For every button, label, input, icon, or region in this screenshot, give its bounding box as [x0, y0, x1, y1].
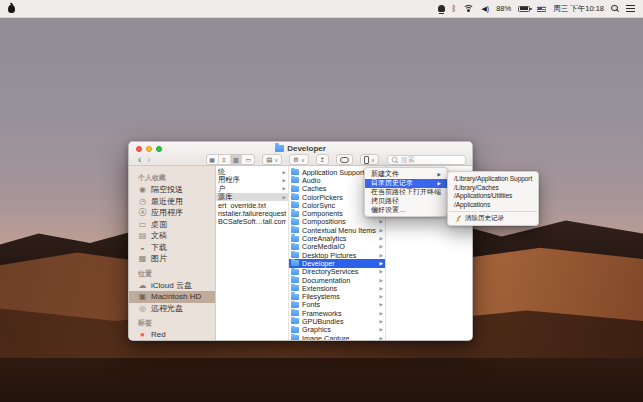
column-view-button[interactable]: ▥ — [231, 155, 243, 164]
volume-icon[interactable]: ◀) — [481, 5, 489, 13]
folder-row[interactable]: Developer ▶ — [289, 259, 385, 267]
spotlight-search-icon[interactable] — [611, 5, 619, 13]
menu-item[interactable]: /Library/Application Support — [448, 174, 538, 183]
bell-icon[interactable] — [438, 5, 445, 12]
file-row[interactable]: BCSafeSoft…tall.command ▶ — [216, 218, 288, 226]
chevron-right-icon: ▶ — [380, 286, 383, 291]
sidebar-item-label: 应用程序 — [151, 207, 183, 218]
folder-proxy-icon[interactable] — [275, 145, 284, 152]
sidebar-item[interactable]: 远程光盘 — [129, 303, 215, 315]
sidebar-item[interactable]: 隔空投送 — [129, 184, 215, 196]
search-input[interactable] — [401, 156, 461, 163]
notification-center-icon[interactable] — [626, 5, 635, 12]
folder-label: Graphics — [302, 326, 378, 334]
file-row[interactable]: nstaller.failurerequests ▶ — [216, 209, 288, 217]
menu-item[interactable]: 清除历史记录 — [448, 214, 538, 223]
gallery-view-button[interactable]: ▭ — [242, 155, 254, 164]
folder-label: CoreAnalytics — [302, 234, 378, 242]
icon-view-button[interactable]: ▦ — [207, 155, 219, 164]
share-button[interactable]: ↥ — [316, 154, 329, 165]
file-row[interactable]: 户 ▶ — [216, 185, 288, 193]
folder-row[interactable]: Image Capture ▶ — [289, 334, 385, 341]
history-submenu: /Library/Application Support /Library/Ca… — [447, 171, 539, 226]
folder-label: CoreMediaIO — [302, 243, 378, 251]
sidebar-item-label: 文稿 — [151, 230, 167, 241]
sidebar-item[interactable]: 文稿 — [129, 230, 215, 242]
window-chrome: Developer ‹ › ▦ ≡ ▥ ▭ ▤∨ ⚙∨ ↥ ∨ — [129, 142, 472, 166]
action-menu-button[interactable]: ⚙∨ — [289, 154, 309, 165]
folder-label: Frameworks — [302, 309, 378, 317]
sidebar-item-label: 最近使用 — [151, 196, 183, 207]
file-row[interactable]: 用程序 ▶ — [216, 176, 288, 184]
sidebar-item[interactable]: Macintosh HD — [129, 291, 215, 303]
documents-icon — [138, 231, 147, 240]
folder-row[interactable]: Documentation ▶ — [289, 276, 385, 284]
sidebar-item[interactable]: Orange — [129, 341, 215, 342]
chevron-down-icon: ∨ — [274, 157, 278, 163]
menu-item-label: /Applications — [454, 201, 532, 208]
sidebar: 个人收藏 隔空投送 最近使用 应用程序 桌面 — [129, 166, 216, 341]
minimize-button[interactable] — [146, 146, 152, 152]
menu-item[interactable]: /Applications/Utilities — [448, 192, 538, 201]
folder-row[interactable]: Filesystems ▶ — [289, 292, 385, 300]
sidebar-item[interactable]: 桌面 — [129, 219, 215, 231]
search-field[interactable] — [387, 155, 466, 165]
applications-icon — [138, 207, 147, 218]
chevron-right-icon: ▶ — [380, 336, 383, 341]
menu-item-label: /Library/Caches — [454, 184, 532, 191]
file-row[interactable]: 源库 ▶ — [216, 193, 288, 201]
folder-icon — [291, 269, 299, 275]
forward-button[interactable]: › — [144, 155, 153, 164]
tags-button[interactable] — [336, 154, 353, 165]
toolbar: ‹ › ▦ ≡ ▥ ▭ ▤∨ ⚙∨ ↥ ∨ — [129, 154, 472, 165]
menubar-clock[interactable]: 周三 下午10:18 — [553, 4, 604, 14]
chevron-right-icon: ▶ — [380, 294, 383, 299]
chevron-right-icon: ▶ — [283, 186, 286, 191]
bluetooth-icon[interactable]: ᛒ — [452, 5, 457, 13]
folder-row[interactable]: Frameworks ▶ — [289, 309, 385, 317]
menu-item[interactable]: /Applications — [448, 200, 538, 209]
group-by-button[interactable]: ▤∨ — [262, 154, 282, 165]
folder-row[interactable]: Compositions ▶ — [289, 218, 385, 226]
folder-row[interactable]: Desktop Pictures ▶ — [289, 251, 385, 259]
menu-item[interactable]: /Library/Caches — [448, 183, 538, 192]
cloud-icon — [138, 281, 147, 290]
file-row[interactable]: ert_override.txt ▶ — [216, 201, 288, 209]
folder-row[interactable]: Graphics ▶ — [289, 326, 385, 334]
folder-row[interactable]: Extensions ▶ — [289, 284, 385, 292]
sidebar-item[interactable]: iCloud 云盘 — [129, 280, 215, 292]
history-menu-list: /Library/Application Support /Library/Ca… — [448, 174, 538, 223]
folder-icon — [291, 318, 299, 324]
folder-row[interactable]: DirectoryServices ▶ — [289, 268, 385, 276]
device-menu-button[interactable]: ∨ — [360, 154, 379, 165]
sidebar-item[interactable]: 下载 — [129, 242, 215, 254]
title-bar: Developer — [129, 142, 472, 154]
folder-row[interactable]: CoreAnalytics ▶ — [289, 234, 385, 242]
wifi-icon[interactable] — [463, 5, 474, 13]
apple-logo-icon[interactable] — [8, 5, 15, 13]
sidebar-item-label: 远程光盘 — [151, 303, 183, 314]
sidebar-item[interactable]: 最近使用 — [129, 196, 215, 208]
close-button[interactable] — [136, 146, 142, 152]
view-switcher: ▦ ≡ ▥ ▭ — [206, 154, 256, 165]
chevron-down-icon: ∨ — [301, 157, 305, 163]
sidebar-item[interactable]: 图片 — [129, 253, 215, 265]
zoom-button[interactable] — [156, 146, 162, 152]
folder-label: DirectoryServices — [302, 268, 378, 276]
sidebar-section-title: 位置 — [129, 269, 215, 279]
folder-row[interactable]: Fonts ▶ — [289, 301, 385, 309]
folder-row[interactable]: GPUBundles ▶ — [289, 317, 385, 325]
battery-icon[interactable] — [518, 6, 530, 12]
file-row[interactable]: 统 ▶ — [216, 168, 288, 176]
back-button[interactable]: ‹ — [135, 155, 144, 164]
sidebar-item[interactable]: Red — [129, 329, 215, 341]
folder-row[interactable]: Contextual Menu Items ▶ — [289, 226, 385, 234]
folder-icon — [291, 177, 299, 183]
menu-item[interactable]: 偏好设置… ▶ — [365, 205, 447, 214]
list-view-button[interactable]: ≡ — [219, 155, 231, 164]
input-source-flag-icon[interactable] — [537, 6, 546, 12]
folder-row[interactable]: CoreMediaIO ▶ — [289, 243, 385, 251]
disc-icon — [138, 304, 147, 313]
chevron-right-icon: ▶ — [380, 327, 383, 332]
sidebar-item[interactable]: 应用程序 — [129, 207, 215, 219]
